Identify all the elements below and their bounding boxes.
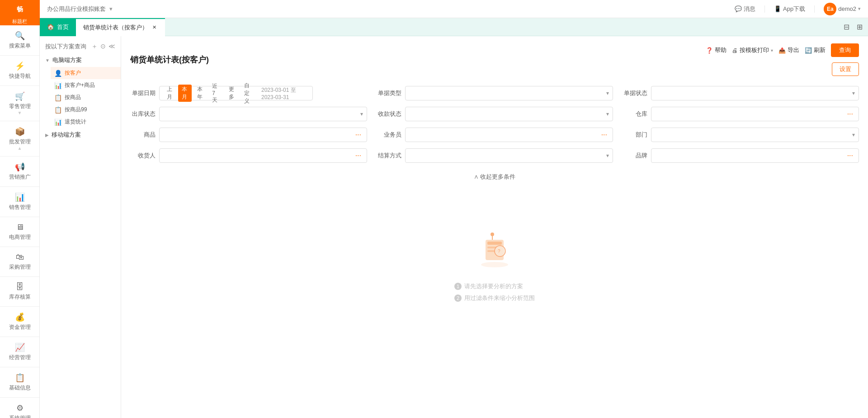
tab-home-label: 首页 (57, 23, 69, 31)
filter-date: 单据日期 上月 本月 本年 近7天 更多 自定义 2023-03-01 至 20… (130, 86, 367, 100)
sidebar-item-label: 批发管理 (9, 138, 31, 146)
warehouse-status-chevron: ▾ (360, 111, 363, 117)
tree-item-by-product[interactable]: 📋 按商品 (51, 91, 121, 104)
receiver-control[interactable]: ··· (159, 148, 367, 163)
tree-mobile-parent[interactable]: ▶ 移动端方案 (40, 128, 121, 142)
query-button[interactable]: 查询 (831, 43, 859, 57)
date-label: 单据日期 (130, 89, 156, 97)
settlement-control[interactable]: ▾ (405, 148, 613, 163)
sidebar-item-sales[interactable]: 📊 销售管理 (0, 187, 39, 217)
date-tab-more[interactable]: 更多 (225, 85, 238, 102)
header-left: 办公用品行业模拟账套 ▾ (47, 5, 113, 13)
warehouse-control[interactable]: ··· (651, 107, 859, 121)
brand-dots-btn[interactable]: ··· (845, 152, 855, 160)
export-icon: 📤 (778, 47, 786, 54)
tab-home[interactable]: 🏠 首页 (40, 18, 76, 36)
tab-bar: 🏠 首页 销货单统计表（按客户） ✕ ⊟ ⊞ (40, 18, 868, 36)
panel-header-label: 按以下方案查询 (45, 43, 86, 51)
print-template-btn[interactable]: 🖨 按模板打印 ▾ (732, 46, 773, 54)
add-scheme-btn[interactable]: ＋ (91, 43, 98, 51)
sidebar-item-marketing[interactable]: 📢 营销推广 (0, 157, 39, 187)
app-download-label: App下载 (783, 5, 805, 13)
date-tab-custom[interactable]: 自定义 (241, 81, 257, 106)
tree-item-by-customer-product[interactable]: 📊 按客户+商品 (51, 79, 121, 91)
department-control[interactable]: ▾ (651, 128, 859, 142)
user-name: demo2 (838, 5, 856, 12)
tree-mobile-schemes: ▶ 移动端方案 (40, 128, 121, 142)
warehouse-dots-btn[interactable]: ··· (845, 110, 855, 118)
filter-warehouse: 仓库 ··· (622, 107, 859, 121)
single-type-control[interactable]: ▾ (405, 86, 613, 100)
refresh-icon: 🔄 (805, 47, 812, 54)
logo[interactable]: 畅 标题栏 (0, 0, 40, 25)
date-tab-7days[interactable]: 近7天 (208, 81, 223, 105)
filter-receiver: 收货人 ··· (130, 148, 367, 163)
sidebar-item-ops[interactable]: 📈 经营管理 (0, 337, 39, 367)
sidebar-item-quick-nav[interactable]: ⚡ 快捷导航 (0, 56, 39, 86)
breadcrumb: 办公用品行业模拟账套 (47, 5, 106, 13)
brand-control[interactable]: ··· (651, 148, 859, 163)
salesperson-dots-btn[interactable]: ··· (599, 131, 609, 139)
tab-close-btn[interactable]: ✕ (151, 24, 158, 31)
date-control[interactable]: 上月 本月 本年 近7天 更多 自定义 2023-03-01 至 2023-03… (159, 86, 313, 100)
product-control[interactable]: ··· (159, 128, 367, 142)
salesperson-label: 业务员 (376, 131, 401, 139)
user-dropdown-icon: ▾ (858, 6, 861, 12)
svg-rect-4 (487, 242, 502, 245)
collapse-panel-btn[interactable]: ≪ (108, 43, 115, 51)
print-dropdown-icon: ▾ (771, 48, 773, 53)
date-tab-this-month[interactable]: 本月 (178, 85, 191, 102)
sidebar-item-basic[interactable]: 📋 基础信息 (0, 367, 39, 398)
avatar: Ea (824, 3, 836, 15)
user-area[interactable]: Ea demo2 ▾ (824, 3, 861, 15)
sidebar-item-finance[interactable]: 💰 资金管理 (0, 307, 39, 337)
sidebar-item-inventory[interactable]: 🗄 库存核算 (0, 277, 39, 307)
date-value: 2023-03-01 至 2023-03-31 (261, 86, 309, 100)
edit-scheme-btn[interactable]: ⊙ (100, 43, 106, 51)
help-btn[interactable]: ❓ 帮助 (706, 46, 726, 54)
export-btn[interactable]: 📤 导出 (778, 46, 799, 54)
sidebar-item-label: 零售管理 (9, 103, 31, 110)
purchase-icon: 🛍 (16, 252, 24, 262)
receiver-dots-btn[interactable]: ··· (354, 152, 363, 160)
tree-pc-parent[interactable]: ▼ 电脑端方案 (40, 53, 121, 67)
breadcrumb-dropdown-icon[interactable]: ▾ (109, 5, 113, 12)
product-dots-btn[interactable]: ··· (354, 131, 363, 139)
tree-item-by-product-99[interactable]: 📋 按商品99 (51, 104, 121, 116)
sidebar-item-ecom[interactable]: 🖥 电商管理 (0, 217, 39, 247)
single-status-control[interactable]: ▾ (651, 86, 859, 100)
settings-button[interactable]: 设置 (832, 62, 859, 76)
table-icon-2: 📋 (54, 106, 62, 114)
tab-sales-stat[interactable]: 销货单统计表（按客户） ✕ (76, 18, 165, 36)
warehouse-status-control[interactable]: ▾ (159, 107, 367, 121)
sidebar-item-wholesale[interactable]: 📦 批发管理 ▲ (0, 121, 39, 157)
tree-item-return-stat[interactable]: 📊 退货统计 (51, 116, 121, 128)
filter-salesperson: 业务员 ··· (376, 128, 613, 142)
sidebar-item-retail[interactable]: 🛒 零售管理 ▼ (0, 86, 39, 121)
app-download-btn[interactable]: 📱 App下载 (774, 5, 805, 13)
app-icon: 📱 (774, 5, 781, 12)
sidebar: 畅 标题栏 🔍 搜索菜单 ⚡ 快捷导航 🛒 零售管理 ▼ 📦 批发管理 ▲ 📢 … (0, 0, 40, 418)
tree-item-by-customer[interactable]: 👤 按客户 (51, 67, 121, 79)
tab-minimize-btn[interactable]: ⊟ (842, 21, 851, 33)
refresh-btn[interactable]: 🔄 刷新 (805, 46, 826, 54)
salesperson-control[interactable]: ··· (405, 128, 613, 142)
page-title: 销货单统计表(按客户) (130, 54, 209, 65)
message-btn[interactable]: 💬 消息 (735, 5, 755, 13)
page-title-bar: 销货单统计表(按客户) ❓ 帮助 🖨 按模板打印 ▾ (121, 36, 868, 81)
collapse-label: 收起更多条件 (480, 173, 515, 180)
warehouse-label: 仓库 (622, 110, 647, 118)
title-actions-area: ❓ 帮助 🖨 按模板打印 ▾ 📤 导出 (706, 43, 859, 76)
sidebar-item-system[interactable]: ⚙ 系统管理 (0, 398, 39, 418)
single-status-chevron: ▾ (852, 90, 855, 96)
filter-single-status: 单据状态 ▾ (622, 86, 859, 100)
payment-status-control[interactable]: ▾ (405, 107, 613, 121)
collapse-bar[interactable]: ∧ 收起更多条件 (130, 169, 859, 185)
svg-point-10 (491, 233, 494, 236)
payment-status-label: 收款状态 (376, 110, 401, 118)
tab-maximize-btn[interactable]: ⊞ (855, 21, 864, 33)
sidebar-item-search[interactable]: 🔍 搜索菜单 (0, 25, 39, 56)
sidebar-item-purchase[interactable]: 🛍 采购管理 (0, 247, 39, 277)
date-tab-last-month[interactable]: 上月 (163, 85, 176, 102)
date-tab-this-year[interactable]: 本年 (193, 85, 207, 102)
